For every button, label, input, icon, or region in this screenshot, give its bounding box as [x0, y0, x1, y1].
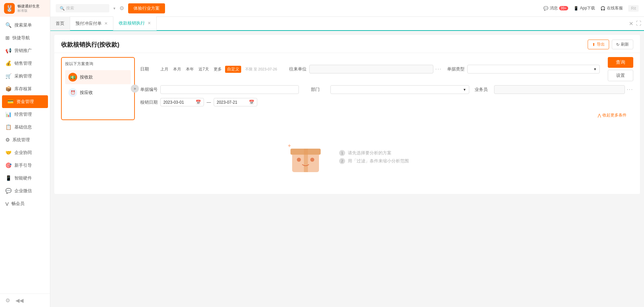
message-badge: 99+ [559, 6, 568, 10]
sidebar-item-guide[interactable]: 🎯 新手引导 [0, 159, 50, 172]
sidebar-item-wechat[interactable]: 💬 企业微信 [0, 185, 50, 197]
doctype-chevron-icon: ▾ [594, 67, 596, 71]
sidebar-item-label: 采购管理 [14, 73, 32, 79]
doctype-label: 单据类型 [447, 66, 465, 72]
date-last-month[interactable]: 上月 [159, 66, 170, 73]
filter-option-receivable[interactable]: ⏰ 按应收 [65, 86, 131, 100]
docno-input[interactable] [160, 85, 299, 94]
dept-label: 部门 [311, 87, 328, 93]
settings-button[interactable]: 设置 [608, 70, 633, 81]
dept-chevron-icon: ▾ [464, 87, 466, 92]
sidebar-item-label: 系统管理 [12, 137, 30, 143]
filter-option-receipt-label: 按收款 [80, 74, 93, 80]
tab-home[interactable]: 首页 [50, 16, 70, 31]
refresh-button[interactable]: ↻ 刷新 [612, 40, 633, 49]
tab-prepay-label: 预付冲应付单 [75, 20, 102, 27]
app-download-button[interactable]: 📱 App下载 [574, 5, 595, 11]
sidebar-item-label: 基础信息 [14, 124, 32, 130]
query-buttons: 查询 设置 [608, 57, 633, 81]
sidebar-item-member[interactable]: V 畅会员 [0, 197, 50, 210]
dept-select[interactable]: ▾ [330, 85, 470, 94]
sidebar-item-system[interactable]: ⚙ 系统管理 [0, 134, 50, 146]
sidebar-item-nav[interactable]: ⊞ 快捷导航 [0, 32, 50, 44]
date-7days[interactable]: 近7天 [197, 66, 210, 73]
date-this-year[interactable]: 本年 [184, 66, 195, 73]
sidebar-item-label: 新手引导 [14, 162, 32, 168]
page-header: 收款核销执行(按收款) ⬆ 导出 ↻ 刷新 [54, 35, 640, 53]
verify-date-from-cal-icon[interactable]: 📅 [196, 100, 201, 105]
export-button[interactable]: ⬆ 导出 [588, 40, 609, 49]
verify-date-to-cal-icon[interactable]: 📅 [249, 100, 254, 105]
staff-input[interactable] [494, 85, 625, 94]
doctype-select[interactable]: ▾ [467, 65, 600, 73]
collapse-more-row[interactable]: ⋀ 收起更多条件 [140, 110, 633, 120]
tab-verify[interactable]: 收款核销执行 ✕ [113, 16, 157, 31]
empty-hint-2: 2 用「过滤」条件来缩小分析范围 [339, 158, 409, 164]
topbar-right: 💬 消息 99+ 📱 App下载 🎧 在线客服 Rit [543, 5, 639, 12]
export-label: 导出 [597, 42, 605, 47]
tab-prepay-close-icon[interactable]: ✕ [104, 21, 108, 26]
solution-button[interactable]: 体验行业方案 [128, 3, 165, 13]
verify-date-label: 核销日期 [140, 99, 158, 105]
verify-date-field: 核销日期 2023-03-01 📅 — 2023-07-21 📅 [140, 98, 633, 106]
sidebar-item-label: 智能硬件 [14, 175, 32, 181]
sidebar-item-search[interactable]: 🔍 搜索菜单 [0, 19, 50, 32]
tab-prepay[interactable]: 预付冲应付单 ✕ [70, 16, 113, 31]
online-service-button[interactable]: 🎧 在线客服 [600, 5, 623, 11]
user-name[interactable]: Rit [628, 5, 639, 12]
search-icon: 🔍 [5, 22, 12, 28]
filter-row-1: 日期 上月 本月 本年 近7天 更多 自定义 不限 至 2023-07-26 [140, 57, 633, 81]
sidebar-item-basic[interactable]: 📋 基础信息 [0, 121, 50, 134]
verify-date-from-val: 2023-03-01 [163, 100, 194, 105]
sidebar-item-inventory[interactable]: 📦 库存核算 [0, 83, 50, 95]
empty-hints: 1 请先选择要分析的方案 2 用「过滤」条件来缩小分析范围 [339, 150, 409, 164]
doctype-field: 单据类型 ▾ [447, 65, 600, 73]
topbar-chevron-icon[interactable]: ▾ [113, 6, 115, 11]
tab-expand-icon[interactable]: ⛶ [636, 20, 641, 27]
tab-close-all-icon[interactable]: ✕ [629, 20, 633, 27]
sidebar-item-sales[interactable]: 💰 销售管理 [0, 57, 50, 70]
refresh-icon: ↻ [616, 42, 620, 47]
sidebar-item-label: 经营管理 [14, 111, 32, 117]
settings-bottom-icon[interactable]: ⚙ [5, 297, 10, 304]
sidebar-item-funds[interactable]: 💳 资金管理 [2, 95, 48, 108]
filter-right-panel: 日期 上月 本月 本年 近7天 更多 自定义 不限 至 2023-07-26 [140, 57, 633, 120]
guide-icon: 🎯 [5, 162, 12, 168]
date-custom[interactable]: 自定义 [225, 66, 241, 73]
topbar: 🔍 搜索 ▾ ⚙ 体验行业方案 💬 消息 99+ 📱 App下载 🎧 在线客服 … [50, 0, 644, 17]
date-this-month[interactable]: 本月 [172, 66, 182, 73]
tab-verify-close-icon[interactable]: ✕ [148, 21, 151, 25]
app-logo-icon: 🐰 [4, 3, 15, 14]
sidebar-item-label: 企业协同 [14, 150, 32, 156]
topbar-gear-icon[interactable]: ⚙ [119, 5, 124, 11]
staff-dots-icon[interactable]: ··· [627, 87, 633, 93]
message-button[interactable]: 💬 消息 99+ [543, 5, 568, 11]
sidebar-item-hardware[interactable]: 📱 智能硬件 [0, 172, 50, 185]
counterpart-input[interactable] [309, 65, 433, 73]
tab-verify-label: 收款核销执行 [119, 20, 145, 26]
sidebar-item-purchase[interactable]: 🛒 采购管理 [0, 70, 50, 83]
purchase-icon: 🛒 [5, 73, 12, 79]
svg-rect-2 [304, 149, 308, 172]
counterpart-dots-icon[interactable]: ··· [435, 66, 442, 72]
filter-collapse-button[interactable]: » [131, 85, 139, 93]
date-field: 日期 上月 本月 本年 近7天 更多 自定义 [140, 66, 241, 73]
filter-option-receipt[interactable]: 💵 按收款 [65, 70, 131, 84]
sidebar-item-collab[interactable]: 🤝 企业协同 [0, 146, 50, 159]
export-icon: ⬆ [592, 42, 595, 47]
collapse-sidebar-icon[interactable]: ◀◀ [15, 297, 23, 304]
docno-field: 单据编号 [140, 85, 299, 94]
filter-option-receivable-label: 按应收 [80, 90, 93, 96]
empty-svg: ✦ [285, 140, 326, 174]
empty-content: ✦ 1 请先选择要分析的方案 2 用「过滤」条件来缩小分析 [285, 140, 409, 174]
query-button[interactable]: 查询 [608, 57, 633, 68]
marketing-icon: 📢 [5, 48, 12, 54]
topbar-search[interactable]: 🔍 搜索 [56, 4, 109, 12]
sidebar-item-label: 企业微信 [14, 188, 32, 194]
sidebar-item-operations[interactable]: 📊 经营管理 [0, 108, 50, 121]
tab-home-label: 首页 [56, 20, 64, 27]
filter-left-panel: 按以下方案查询 💵 按收款 ⏰ 按应收 » [61, 57, 135, 120]
date-more[interactable]: 更多 [212, 66, 223, 73]
sidebar-item-marketing[interactable]: 📢 营销推广 [0, 44, 50, 57]
sidebar-bottom: ⚙ ◀◀ [0, 294, 50, 307]
